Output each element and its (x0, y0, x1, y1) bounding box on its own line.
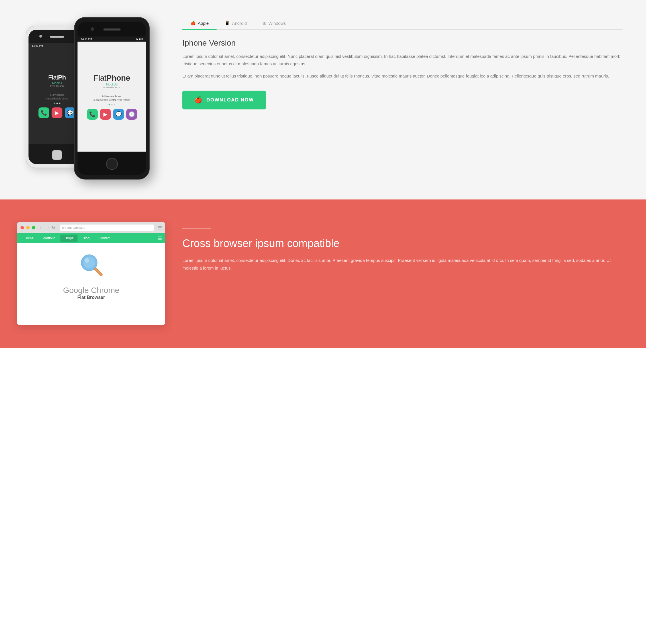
phone-home-white (52, 150, 62, 160)
status-bar-black: 14:06 PM ▶ ■ ▮ (78, 36, 146, 41)
black-phone-subtitle: MockUp (106, 83, 117, 86)
white-phone-free: Free Resou (50, 85, 64, 88)
cross-browser-title: Cross browser ipsum compatible (182, 237, 623, 250)
apple-tab-icon: 🍎 (190, 20, 196, 26)
browser-nav-contact[interactable]: Contact (95, 234, 114, 242)
browser-back-icon[interactable]: ← (39, 225, 43, 230)
dot-b2 (111, 104, 113, 105)
svg-point-1 (84, 257, 95, 269)
iphone-section-title: Iphone Version (182, 38, 623, 47)
white-phone-subtitle: MockU (52, 81, 62, 85)
black-phone-desc: Fully-scalable andcustomizable vector PS… (94, 95, 130, 102)
icon-clock-black: 🕐 (126, 109, 137, 120)
black-phone-free: Free Resource (103, 86, 120, 89)
right-content: 🍎 Apple 📱 Android ⊞ Windows Iphone Versi… (165, 17, 623, 109)
white-phone-title: FlatPh (48, 74, 66, 81)
browser-maximize-dot (32, 226, 35, 229)
browser-refresh-icon[interactable]: ↻ (52, 225, 55, 230)
tab-android[interactable]: 📱 Android (217, 17, 255, 30)
tab-apple[interactable]: 🍎 Apple (182, 17, 217, 30)
tab-apple-label: Apple (198, 21, 209, 26)
dot-2 (57, 103, 58, 104)
phone-area: 14:06 PM ▶ ■ ▮ FlatPh MockU Free Resou F… (17, 17, 165, 182)
right-bottom-content: Cross browser ipsum compatible Lorem ips… (182, 222, 623, 272)
browser-app-sub: Flat Browser (78, 295, 105, 300)
iphone-body-2: Etiam placerat nunc ut tellus tristique,… (182, 72, 623, 80)
phone-camera-black (91, 27, 94, 31)
white-phone-desc: Fully-scalabcustomizable vecto (46, 93, 68, 100)
browser-close-dot (20, 226, 24, 229)
browser-app-name: Google Chrome (63, 286, 119, 295)
android-tab-icon: 📱 (225, 20, 230, 26)
divider-line (182, 228, 211, 228)
bottom-section: ← → ↻ chrome://newtab ☰ Home Portfolio D… (0, 200, 646, 348)
icon-play-black: ▶ (100, 109, 111, 120)
dot-b1 (109, 104, 110, 105)
icon-chat-black: 💬 (113, 109, 124, 120)
top-section: 14:06 PM ▶ ■ ▮ FlatPh MockU Free Resou F… (0, 0, 646, 200)
browser-url: chrome://newtab (62, 226, 85, 229)
tab-android-label: Android (232, 21, 247, 26)
browser-nav-blog[interactable]: Blog (79, 234, 94, 242)
dot-b3 (114, 104, 115, 105)
phone-camera-white (39, 35, 42, 37)
cross-browser-body: Lorem ipsum dolor sit amet, consectetur … (182, 256, 623, 272)
app-icons-white: 📞 ▶ 💬 (38, 107, 76, 118)
app-icons-black: 📞 ▶ 💬 🕐 (87, 109, 137, 120)
browser-address-bar[interactable]: chrome://newtab (60, 225, 154, 231)
phone-speaker-black (103, 28, 120, 30)
phone-black-screen: 14:06 PM ▶ ■ ▮ FlatPhone MockUp Free Res… (78, 36, 146, 151)
windows-tab-icon: ⊞ (263, 20, 266, 26)
browser-body: Google Chrome Flat Browser (17, 243, 165, 309)
phone-home-black (106, 158, 118, 170)
tab-windows-label: Windows (268, 21, 286, 26)
browser-navbar: Home Portfolio Drops Blog Contact ☰ (17, 233, 165, 243)
black-phone-content: FlatPhone MockUp Free Resource Fully-sca… (78, 41, 146, 151)
tab-windows[interactable]: ⊞ Windows (255, 17, 294, 30)
phone-black: 14:06 PM ▶ ■ ▮ FlatPhone MockUp Free Res… (74, 17, 149, 180)
svg-point-2 (85, 258, 89, 263)
browser-logo-icon (78, 252, 104, 283)
browser-nav-drops[interactable]: Drops (61, 234, 78, 242)
tabs: 🍎 Apple 📱 Android ⊞ Windows (182, 17, 623, 30)
browser-mockup: ← → ↻ chrome://newtab ☰ Home Portfolio D… (17, 222, 165, 325)
browser-minimize-dot (26, 226, 30, 229)
browser-titlebar: ← → ↻ chrome://newtab ☰ (17, 222, 165, 233)
icon-phone-white: 📞 (38, 107, 49, 118)
black-phone-title: FlatPhone (94, 74, 130, 83)
browser-menu-icon[interactable]: ☰ (158, 225, 162, 230)
iphone-body-1: Lorem ipsum dolor sit amet, consectetur … (182, 53, 623, 67)
download-label: DOWNLOAD NOW (207, 97, 254, 103)
download-apple-icon: 🍎 (194, 96, 203, 104)
download-button[interactable]: 🍎 DOWNLOAD NOW (182, 91, 266, 109)
dot-3 (59, 103, 61, 104)
icon-phone-black: 📞 (87, 109, 98, 120)
browser-nav-portfolio[interactable]: Portfolio (39, 234, 59, 242)
phone-speaker-white (50, 36, 64, 37)
browser-forward-icon[interactable]: → (45, 225, 49, 230)
dots-black (109, 104, 115, 105)
dots-white (54, 103, 61, 104)
icon-play-white: ▶ (51, 107, 63, 118)
dot-1 (54, 103, 55, 104)
browser-nav-home[interactable]: Home (20, 234, 37, 242)
browser-hamburger-icon[interactable]: ☰ (158, 236, 162, 241)
